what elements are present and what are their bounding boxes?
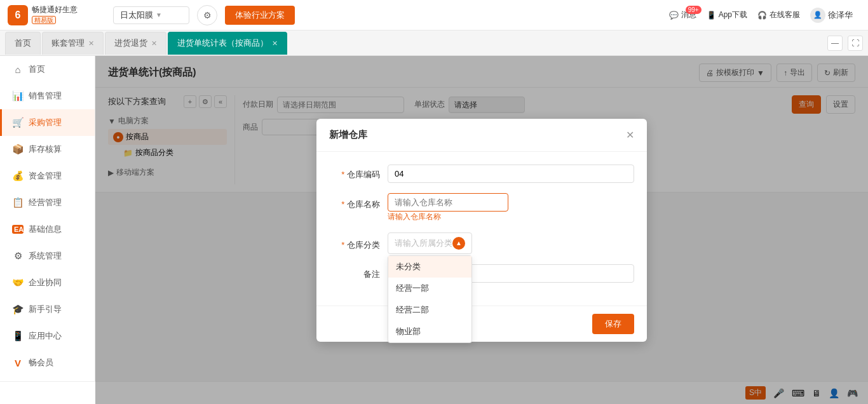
category-input-row: 仓库分类 请输入所属分类 ▲ 未分类 经营一部 经营二部: [329, 232, 472, 254]
app-download-label: App下载: [719, 10, 747, 20]
user-avatar-icon: 👤: [810, 8, 825, 23]
modal-save-button[interactable]: 保存: [592, 314, 634, 334]
tab-bar: 首页 账套管理 ✕ 进货退货 ✕ 进货单统计表（按商品） ✕ — ⛶: [0, 30, 868, 56]
code-field-label: 仓库编码: [329, 165, 380, 180]
dropdown-item-uncategorized[interactable]: 未分类: [388, 256, 471, 278]
sidebar-item-system-label: 系统管理: [29, 250, 62, 262]
system-icon: ⚙: [12, 250, 24, 262]
user-item[interactable]: 👤 徐泽华: [810, 8, 853, 23]
modal-overlay: 新增仓库 ✕ 仓库编码 仓库名称: [95, 56, 868, 404]
modal-close-button[interactable]: ✕: [626, 129, 634, 141]
sidebar-item-finance[interactable]: 💰 资金管理: [0, 163, 95, 189]
tab-stats[interactable]: 进货单统计表（按商品） ✕: [168, 32, 287, 55]
store-selector[interactable]: 日太阳膜 ▼: [113, 6, 189, 24]
name-input[interactable]: [388, 193, 508, 212]
store-chevron-icon: ▼: [156, 11, 162, 18]
store-name: 日太阳膜: [120, 10, 153, 21]
tab-minimize-button[interactable]: —: [827, 36, 843, 51]
settings-icon[interactable]: ⚙: [197, 5, 217, 25]
sidebar-item-cooperation-label: 企业协同: [29, 277, 62, 288]
name-form-row: 仓库名称 请输入仓库名称: [329, 193, 634, 222]
vip-icon: V: [12, 358, 24, 368]
trial-button[interactable]: 体验行业方案: [225, 6, 295, 25]
sidebar-item-operations-label: 经营管理: [29, 197, 62, 208]
cooperation-icon: 🤝: [12, 277, 24, 288]
modal-body: 仓库编码 仓库名称 请输入仓库名称: [316, 152, 647, 306]
tab-home-label: 首页: [15, 37, 31, 49]
sidebar-item-inventory[interactable]: 📦 库存核算: [0, 136, 95, 163]
sidebar-item-system[interactable]: ⚙ 系统管理: [0, 243, 95, 269]
top-header: 6 畅捷通好生意 精易版 日太阳膜 ▼ ⚙ 体验行业方案 💬 消息 99+ 📱 …: [0, 0, 868, 30]
tab-expand-button[interactable]: ⛶: [848, 36, 863, 51]
sales-icon: 📊: [12, 90, 24, 102]
tab-bar-actions: — ⛶: [827, 36, 863, 51]
message-icon: 💬: [669, 11, 679, 20]
purchase-icon: 🛒: [12, 117, 24, 128]
sidebar-item-home-label: 首页: [29, 64, 45, 75]
tab-stats-label: 进货单统计表（按商品）: [177, 37, 268, 49]
tab-account[interactable]: 账套管理 ✕: [42, 32, 104, 55]
modal-title: 新增仓库: [329, 129, 367, 141]
category-dropdown-trigger[interactable]: 请输入所属分类 ▲: [388, 232, 472, 254]
guide-icon: 🎓: [12, 304, 24, 315]
sidebar-item-basics-label: 基础信息: [29, 224, 62, 235]
sidebar-item-finance-label: 资金管理: [29, 170, 62, 182]
inventory-icon: 📦: [12, 144, 24, 155]
headset-icon: 🎧: [757, 11, 767, 20]
mobile-icon: 📱: [707, 11, 716, 20]
tab-account-close-icon[interactable]: ✕: [88, 39, 94, 48]
sidebar-item-vip-label: 畅会员: [29, 357, 53, 368]
sidebar-item-operations[interactable]: 📋 经营管理: [0, 189, 95, 216]
modal-footer: 保存: [316, 306, 647, 342]
finance-icon: 💰: [12, 170, 24, 182]
sidebar-item-guide[interactable]: 🎓 新手引导: [0, 296, 95, 323]
category-form-row: 仓库分类 请输入所属分类 ▲ 未分类 经营一部 经营二部: [329, 232, 634, 254]
dropdown-item-dept1[interactable]: 经营一部: [388, 278, 471, 299]
tab-stats-close-icon[interactable]: ✕: [272, 39, 278, 48]
name-input-row: 仓库名称: [329, 193, 508, 212]
tab-return-label: 进货退货: [114, 37, 147, 49]
sidebar-item-cooperation[interactable]: 🤝 企业协同: [0, 269, 95, 296]
logo-icon: 6: [8, 5, 28, 25]
online-service-item[interactable]: 🎧 在线客服: [757, 10, 800, 20]
tab-return-close-icon[interactable]: ✕: [151, 39, 157, 48]
home-icon: ⌂: [12, 64, 24, 75]
logo-area: 6 畅捷通好生意 精易版: [8, 5, 103, 25]
tab-return[interactable]: 进货退货 ✕: [105, 32, 166, 55]
header-right: 💬 消息 99+ 📱 App下载 🎧 在线客服 👤 徐泽华: [669, 8, 860, 23]
code-form-row: 仓库编码: [329, 165, 634, 183]
logo-badge: 精易版: [32, 16, 56, 24]
basics-icon: EA: [12, 225, 24, 234]
category-dropdown-wrap: 请输入所属分类 ▲ 未分类 经营一部 经营二部 物业部: [388, 232, 472, 254]
dropdown-item-dept2[interactable]: 经营二部: [388, 299, 471, 321]
logo-name: 畅捷通好生意: [32, 5, 78, 15]
tab-home[interactable]: 首页: [5, 32, 41, 55]
category-dropdown-menu: 未分类 经营一部 经营二部 物业部: [388, 255, 472, 343]
online-service-label: 在线客服: [770, 10, 800, 20]
main-layout: ⌂ 首页 📊 销售管理 🛒 采购管理 📦 库存核算 💰 资金管理 📋 经营管理 …: [0, 56, 868, 404]
apps-icon: 📱: [12, 330, 24, 342]
name-error-wrap: 请输入仓库名称: [388, 212, 441, 222]
name-field-label: 仓库名称: [329, 194, 380, 210]
content-area: 进货单统计(按商品) 🖨 按模板打印 ▼ ↑ 导出 ↻ 刷新: [95, 56, 868, 404]
modal-new-warehouse: 新增仓库 ✕ 仓库编码 仓库名称: [316, 119, 647, 342]
code-input[interactable]: [388, 165, 634, 183]
sidebar-item-home[interactable]: ⌂ 首页: [0, 56, 95, 83]
sidebar-item-purchase[interactable]: 🛒 采购管理: [0, 109, 95, 136]
sidebar-item-sales-label: 销售管理: [29, 90, 62, 102]
sidebar-item-purchase-label: 采购管理: [29, 117, 62, 128]
category-placeholder: 请输入所属分类: [395, 238, 452, 249]
sidebar-item-sales[interactable]: 📊 销售管理: [0, 83, 95, 109]
app-download-item[interactable]: 📱 App下载: [707, 10, 747, 20]
message-item[interactable]: 💬 消息 99+: [669, 10, 696, 20]
dropdown-item-property[interactable]: 物业部: [388, 321, 471, 342]
sidebar: ⌂ 首页 📊 销售管理 🛒 采购管理 📦 库存核算 💰 资金管理 📋 经营管理 …: [0, 56, 95, 404]
notification-badge: 99+: [686, 6, 702, 14]
sidebar-item-vip[interactable]: V 畅会员: [0, 349, 95, 376]
sidebar-item-basics[interactable]: EA 基础信息: [0, 216, 95, 243]
note-field-label: 备注: [329, 264, 380, 280]
sidebar-item-apps[interactable]: 📱 应用中心: [0, 323, 95, 349]
note-form-row: 备注: [329, 264, 634, 283]
sidebar-item-guide-label: 新手引导: [29, 304, 62, 315]
name-error-message: 请输入仓库名称: [388, 212, 441, 221]
